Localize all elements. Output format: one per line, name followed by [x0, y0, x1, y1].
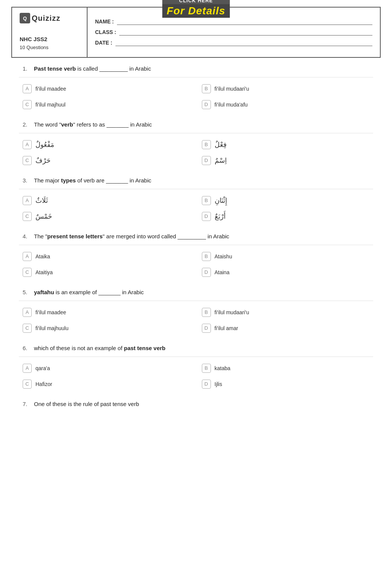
- option-letter-A: A: [23, 84, 32, 93]
- question-5-body: yaftahu is an example of _______ in Arab…: [34, 289, 373, 295]
- option-text-3-C: خَمْسٌ: [35, 212, 52, 221]
- question-4-option-B[interactable]: BAtaishu: [202, 250, 374, 262]
- question-3-body: The major types of verb are _______ in A…: [34, 177, 373, 184]
- question-2-option-A[interactable]: Aمَفْعُولٌ: [23, 139, 194, 151]
- option-text-3-A: ثَلَاثٌ: [35, 196, 48, 205]
- question-1-options: Afi'ilul maadeeBfi'ilul mudaari'uCfi'ilu…: [23, 83, 373, 111]
- question-2-body: The word "verb" refers to as _______ in …: [34, 121, 373, 128]
- question-4-option-C[interactable]: CAtaitiya: [23, 266, 194, 278]
- header-left: Q Quizizz NHC JSS2 10 Questions: [12, 8, 88, 57]
- option-letter-B: B: [202, 252, 211, 261]
- question-6-text: 6.which of these is not an example of pa…: [23, 345, 373, 351]
- question-4-options: AAtaikaBAtaishuCAtaitiyaDAtaina: [23, 250, 373, 278]
- option-letter-D: D: [202, 380, 211, 389]
- question-4: 4.The "present tense letters" are merged…: [19, 233, 373, 278]
- option-letter-B: B: [202, 196, 211, 205]
- name-input-line[interactable]: [117, 18, 372, 25]
- option-text-4-D: Ataina: [215, 269, 230, 275]
- question-3-num: 3.: [23, 177, 30, 184]
- option-text-1-B: fi'ilul mudaari'u: [215, 86, 249, 92]
- option-letter-A: A: [23, 196, 32, 205]
- option-letter-B: B: [202, 308, 211, 317]
- option-text-6-B: kataba: [215, 365, 231, 371]
- question-2-option-B[interactable]: Bفِعْلٌ: [202, 139, 374, 151]
- question-2-option-C[interactable]: Cحَرْفٌ: [23, 154, 194, 167]
- option-text-6-C: Hafizor: [35, 381, 52, 387]
- option-letter-D: D: [202, 156, 211, 165]
- question-6: 6.which of these is not an example of pa…: [19, 345, 373, 390]
- question-6-option-C[interactable]: CHafizor: [23, 378, 194, 390]
- option-letter-C: C: [23, 324, 32, 333]
- question-7-num: 7.: [23, 401, 30, 407]
- quizizz-logo: Q Quizizz: [20, 13, 79, 23]
- click-here-text: CLICK HERE: [162, 0, 230, 4]
- class-label: CLASS :: [95, 29, 116, 35]
- option-text-1-A: fi'ilul maadee: [35, 86, 66, 92]
- question-7-body: One of these is the rule of past tense v…: [34, 401, 373, 407]
- option-text-5-A: fi'ilul maadee: [35, 309, 66, 315]
- header-right: NAME : CLASS : DATE :: [88, 8, 380, 57]
- quiz-questions: 10 Questions: [20, 44, 79, 52]
- question-2-option-D[interactable]: Dاِسْمٌ: [202, 154, 374, 167]
- option-letter-A: A: [23, 364, 32, 373]
- option-letter-A: A: [23, 308, 32, 317]
- option-text-6-D: Ijlis: [215, 381, 222, 387]
- option-text-5-D: fi'ilul amar: [215, 325, 238, 331]
- question-1: 1.Past tense verb is called _________ in…: [19, 65, 373, 111]
- option-text-2-C: حَرْفٌ: [35, 156, 51, 165]
- question-5-option-D[interactable]: Dfi'ilul amar: [202, 322, 374, 334]
- question-3-option-B[interactable]: Bإِثْنَانِ: [202, 195, 374, 207]
- option-letter-A: A: [23, 252, 32, 261]
- option-text-2-B: فِعْلٌ: [215, 141, 227, 149]
- question-2-text: 2.The word "verb" refers to as _______ i…: [23, 121, 373, 128]
- class-field-row: CLASS :: [95, 29, 372, 36]
- svg-text:Q: Q: [23, 15, 27, 21]
- question-3-options: AثَلَاثٌBإِثْنَانِCخَمْسٌDأَرْبَعٌ: [23, 195, 373, 222]
- quiz-info: NHC JSS2 10 Questions: [20, 35, 79, 52]
- question-1-option-C[interactable]: Cfi'ilul majhuul: [23, 99, 194, 111]
- option-text-3-B: إِثْنَانِ: [215, 196, 227, 205]
- question-3-option-C[interactable]: Cخَمْسٌ: [23, 210, 194, 222]
- question-3: 3.The major types of verb are _______ in…: [19, 177, 373, 222]
- option-text-5-C: fi'ilul majhuulu: [35, 325, 69, 331]
- option-text-6-A: qara'a: [35, 365, 50, 371]
- question-1-option-D[interactable]: Dfi'ilul muda'afu: [202, 99, 374, 111]
- class-input-line[interactable]: [119, 29, 372, 36]
- question-5: 5.yaftahu is an example of _______ in Ar…: [19, 289, 373, 334]
- option-text-2-D: اِسْمٌ: [215, 156, 227, 165]
- logo-icon: Q: [20, 13, 30, 23]
- option-text-4-A: Ataika: [35, 253, 50, 259]
- question-6-option-B[interactable]: Bkataba: [202, 362, 374, 374]
- quiz-name: NHC JSS2: [20, 35, 79, 44]
- option-letter-D: D: [202, 324, 211, 333]
- question-2: 2.The word "verb" refers to as _______ i…: [19, 121, 373, 167]
- question-2-num: 2.: [23, 121, 30, 128]
- option-letter-D: D: [202, 212, 211, 221]
- question-6-option-A[interactable]: Aqara'a: [23, 362, 194, 374]
- question-1-option-B[interactable]: Bfi'ilul mudaari'u: [202, 83, 374, 95]
- option-letter-D: D: [202, 268, 211, 277]
- date-input-line[interactable]: [115, 39, 372, 46]
- question-3-option-D[interactable]: Dأَرْبَعٌ: [202, 210, 374, 222]
- question-1-option-A[interactable]: Afi'ilul maadee: [23, 83, 194, 95]
- for-details-text: For Details: [162, 4, 230, 18]
- option-text-4-B: Ataishu: [215, 253, 232, 259]
- question-1-body: Past tense verb is called _________ in A…: [34, 65, 373, 72]
- question-3-option-A[interactable]: Aثَلَاثٌ: [23, 195, 194, 207]
- question-5-option-C[interactable]: Cfi'ilul majhuulu: [23, 322, 194, 334]
- option-text-4-C: Ataitiya: [35, 269, 53, 275]
- logo-text: Quizizz: [32, 14, 60, 23]
- option-letter-B: B: [202, 364, 211, 373]
- option-text-2-A: مَفْعُولٌ: [35, 141, 54, 149]
- questions-area: 1.Past tense verb is called _________ in…: [0, 62, 392, 422]
- question-4-option-D[interactable]: DAtaina: [202, 266, 374, 278]
- question-5-option-B[interactable]: Bfi'ilul mudaari'u: [202, 306, 374, 318]
- question-2-options: AمَفْعُولٌBفِعْلٌCحَرْفٌDاِسْمٌ: [23, 139, 373, 167]
- question-5-option-A[interactable]: Afi'ilul maadee: [23, 306, 194, 318]
- question-4-option-A[interactable]: AAtaika: [23, 250, 194, 262]
- name-field-row: NAME :: [95, 18, 372, 25]
- option-text-5-B: fi'ilul mudaari'u: [215, 309, 249, 315]
- question-6-num: 6.: [23, 345, 30, 351]
- question-7: 7.One of these is the rule of past tense…: [19, 401, 373, 407]
- question-6-option-D[interactable]: DIjlis: [202, 378, 374, 390]
